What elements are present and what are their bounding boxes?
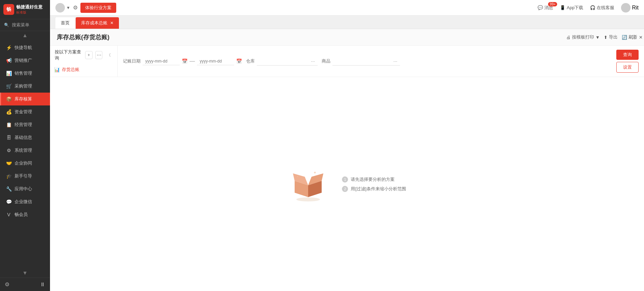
- member-label: 畅会员: [15, 212, 28, 218]
- sidebar-item-operation[interactable]: 📋 经营管理: [0, 118, 50, 131]
- audio-footer-icon[interactable]: ⏸: [40, 282, 45, 288]
- sidebar-item-app-center[interactable]: 🔧 应用中心: [0, 183, 50, 195]
- sidebar: 畅 畅捷通好生意 标准版 🔍 搜索菜单 ▲ ⚡ 快捷导航 📢 营销推广 📊 销售…: [0, 0, 50, 291]
- product-field-label: 商品: [322, 58, 330, 64]
- scheme-item-inventory[interactable]: 📊 存货总账: [50, 65, 117, 75]
- enterprise-label: 企业协同: [15, 160, 32, 166]
- sidebar-item-system[interactable]: ⚙ 系统管理: [0, 144, 50, 157]
- empty-state: ✦ ✦ 1 请先选择要分析的方案 2 用[过滤]条件来缩小分析范围: [50, 77, 644, 291]
- content-area: 库存总账(存货总账) 🖨 按模板打印 ▼ ⬆ 导出 🔄 刷新 ✕: [50, 29, 644, 291]
- sidebar-item-sales[interactable]: 📊 销售管理: [0, 67, 50, 80]
- print-chevron-icon: ▼: [595, 35, 600, 40]
- quick-nav-label: 快捷导航: [15, 45, 32, 51]
- search-menu-label: 搜索菜单: [12, 22, 29, 28]
- export-btn[interactable]: ⬆ 导出: [604, 34, 618, 40]
- svg-text:✦: ✦: [313, 170, 317, 175]
- purchase-icon: 🛒: [6, 83, 12, 89]
- date-separator: —: [190, 58, 195, 64]
- page-header: 库存总账(存货总账) 🖨 按模板打印 ▼ ⬆ 导出 🔄 刷新 ✕: [50, 29, 644, 46]
- logo-text: 畅捷通好生意 标准版: [16, 4, 43, 15]
- sidebar-item-finance[interactable]: 💰 资金管理: [0, 105, 50, 118]
- scroll-up-btn[interactable]: ▲: [0, 31, 50, 40]
- sidebar-nav: ⚡ 快捷导航 📢 营销推广 📊 销售管理 🛒 采购管理 📦 库存核算 💰 资金管…: [0, 40, 50, 269]
- app-center-label: 应用中心: [15, 186, 32, 192]
- filter-row: 记账日期 📅 — 📅 仓库 ···: [123, 50, 639, 73]
- refresh-icon: 🔄: [622, 35, 627, 40]
- empty-illustration: ✦ ✦: [288, 164, 328, 204]
- settings-footer-icon[interactable]: ⚙: [5, 281, 9, 288]
- empty-tip-2: 2 用[过滤]条件来缩小分析范围: [342, 186, 406, 192]
- settings-button[interactable]: 设置: [616, 62, 639, 73]
- sidebar-item-member[interactable]: V 畅会员: [0, 208, 50, 221]
- tab-home[interactable]: 首页: [55, 17, 75, 29]
- add-scheme-btn[interactable]: +: [85, 51, 93, 59]
- sidebar-item-basic[interactable]: 🗄 基础信息: [0, 131, 50, 144]
- warehouse-more-icon: ···: [311, 58, 315, 64]
- filter-by-scheme-label: 按以下方案查询: [55, 49, 82, 61]
- user-avatar: [55, 3, 65, 13]
- date-end-input[interactable]: [197, 57, 234, 65]
- search-menu[interactable]: 🔍 搜索菜单: [0, 19, 50, 31]
- product-filter-field: 商品 ···: [322, 57, 400, 66]
- sidebar-item-quick-nav[interactable]: ⚡ 快捷导航: [0, 41, 50, 54]
- collapse-btn[interactable]: 《: [105, 51, 113, 59]
- empty-svg: ✦ ✦: [288, 164, 328, 204]
- purchase-label: 采购管理: [15, 83, 32, 89]
- expand-icon: ⛶: [631, 35, 636, 40]
- tip-num-2: 2: [342, 186, 348, 192]
- tab-home-label: 首页: [61, 20, 70, 26]
- product-more-icon: ···: [393, 58, 397, 64]
- sales-label: 销售管理: [15, 70, 32, 76]
- trial-btn[interactable]: 体验行业方案: [80, 3, 116, 13]
- sidebar-item-marketing[interactable]: 📢 营销推广: [0, 54, 50, 67]
- settings-gear-icon[interactable]: ⚙: [73, 4, 78, 11]
- scroll-down-btn[interactable]: ▼: [0, 269, 50, 277]
- tab-inventory-cost[interactable]: 库存成本总账 ✕: [76, 17, 119, 29]
- user-selector[interactable]: ▼: [55, 3, 70, 13]
- sidebar-logo: 畅 畅捷通好生意 标准版: [0, 0, 50, 19]
- export-label: 导出: [609, 34, 618, 40]
- tip-2-text: 用[过滤]条件来缩小分析范围: [351, 186, 406, 192]
- sidebar-item-enterprise[interactable]: 🤝 企业协同: [0, 157, 50, 170]
- query-button[interactable]: 查询: [616, 50, 639, 60]
- sidebar-item-guide[interactable]: 🎓 新手引导: [0, 170, 50, 183]
- messages-btn[interactable]: 💬 消息 99+: [538, 5, 553, 11]
- finance-label: 资金管理: [15, 109, 32, 115]
- tab-close-icon[interactable]: ✕: [110, 21, 114, 25]
- panel-expand-btn[interactable]: ⛶: [631, 35, 636, 40]
- quick-nav-icon: ⚡: [6, 45, 12, 50]
- sidebar-item-inventory[interactable]: 📦 库存核算: [0, 93, 50, 105]
- message-icon: 💬: [538, 5, 543, 10]
- date-field-label: 记账日期: [123, 58, 141, 64]
- phone-icon: 📱: [560, 5, 565, 10]
- date-start-input[interactable]: [143, 57, 180, 65]
- action-buttons: 查询 设置: [616, 50, 639, 73]
- finance-icon: 💰: [6, 109, 12, 115]
- tab-bar: 首页 库存成本总账 ✕: [50, 16, 644, 29]
- filter-label-row: 按以下方案查询 + ⋯ 《: [50, 46, 117, 65]
- topbar-user-name[interactable]: Rit: [621, 3, 639, 13]
- filter-fields-panel: 记账日期 📅 — 📅 仓库 ···: [118, 46, 644, 77]
- filter-section: 按以下方案查询 + ⋯ 《 📊 存货总账 记账日期 📅: [50, 46, 644, 77]
- sidebar-item-purchase[interactable]: 🛒 采购管理: [0, 80, 50, 93]
- print-btn[interactable]: 🖨 按模板打印 ▼: [566, 34, 600, 40]
- warehouse-select[interactable]: ···: [257, 57, 318, 66]
- system-label: 系统管理: [15, 147, 32, 153]
- app-download-btn[interactable]: 📱 App下载: [560, 5, 583, 11]
- main-area: ▼ ⚙ 体验行业方案 💬 消息 99+ 📱 App下载 🎧 在线客服 Rit: [50, 0, 644, 291]
- empty-tip-1: 1 请先选择要分析的方案: [342, 176, 406, 183]
- sidebar-item-wechat[interactable]: 💬 企业微信: [0, 195, 50, 208]
- app-name: 畅捷通好生意: [16, 4, 43, 10]
- member-icon: V: [6, 212, 12, 217]
- date-end-calendar-icon[interactable]: 📅: [236, 58, 242, 64]
- manage-scheme-btn[interactable]: ⋯: [95, 51, 103, 59]
- date-start-calendar-icon[interactable]: 📅: [182, 58, 188, 64]
- system-icon: ⚙: [6, 148, 12, 153]
- online-service-btn[interactable]: 🎧 在线客服: [590, 5, 614, 11]
- user-name-label: Rit: [632, 5, 639, 11]
- svg-point-0: [296, 197, 320, 201]
- scheme-item-label: 存货总账: [62, 67, 79, 73]
- panel-close-btn[interactable]: ✕: [639, 35, 643, 40]
- tip-1-text: 请先选择要分析的方案: [351, 176, 395, 183]
- product-select[interactable]: ···: [332, 57, 400, 66]
